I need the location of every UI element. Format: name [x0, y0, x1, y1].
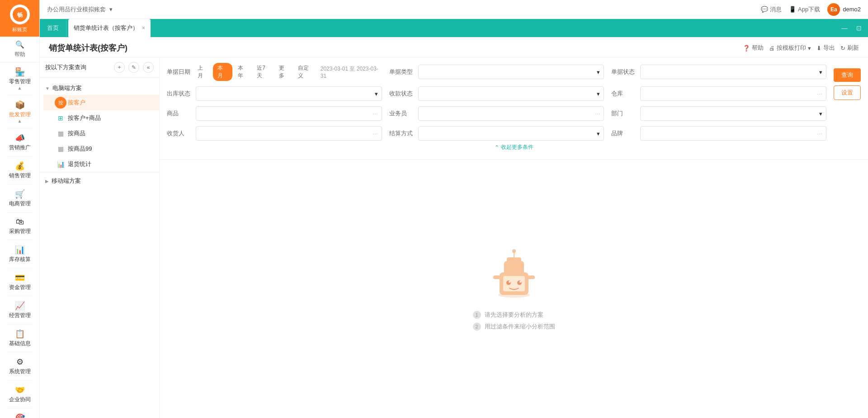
out-state-label: 出库状态 [167, 90, 192, 98]
receipt-state-select[interactable]: ▾ [418, 86, 604, 101]
date-tab-自定义[interactable]: 自定义 [294, 63, 317, 81]
print-btn[interactable]: 🖨 按模板打印 ▾ [769, 44, 811, 52]
sidebar-item-批发管理[interactable]: 📦 批发管理 ▲ [7, 95, 33, 128]
hint-1-num: 1 [473, 311, 481, 319]
date-tab-近7天[interactable]: 近7天 [253, 63, 274, 81]
sidebar-item-采购管理[interactable]: 🛍 采购管理 [7, 213, 33, 240]
refresh-btn[interactable]: ↻ 刷新 [840, 44, 859, 52]
sidebar-item-系统管理[interactable]: ⚙ 系统管理 [7, 352, 33, 380]
doc-state-field: 单据状态 ▾ [611, 65, 826, 79]
user-menu[interactable]: Ea demo2 [827, 3, 861, 16]
nav-arrow-icon: ▲ [18, 86, 22, 90]
sidebar-search[interactable]: 🔍 帮助 [0, 37, 39, 62]
nav-label: 零售管理 [9, 78, 31, 86]
receipt-state-label: 收款状态 [389, 90, 415, 98]
sidebar-item-营销推广[interactable]: 📣 营销推广 [7, 128, 33, 157]
sidebar-item-库存核算[interactable]: 📊 库存核算 [7, 240, 33, 268]
right-panel: 单据日期 上月本月本年近7天更多自定义 2023-03-01 至 2023-03… [160, 57, 868, 418]
tree-item-按商品[interactable]: ▦ 按商品 [43, 126, 159, 141]
goods-select[interactable]: ··· [196, 106, 382, 121]
export-btn[interactable]: ⬇ 导出 [816, 44, 835, 52]
tab-active[interactable]: 销货单统计表（按客户） × [68, 19, 151, 37]
nav-label: 电商管理 [9, 200, 31, 208]
tab-maximize-btn[interactable]: ⊡ [854, 23, 864, 33]
nav-label: 基础信息 [9, 340, 31, 347]
consignee-select[interactable]: ··· [196, 126, 382, 141]
date-tabs: 上月本月本年近7天更多自定义 [194, 63, 317, 81]
svg-rect-13 [493, 276, 500, 279]
help-btn[interactable]: ❓ 帮助 [743, 44, 764, 52]
dept-dropdown-icon: ▾ [819, 110, 822, 117]
filter-row-4: 收货人 ··· 结算方式 [167, 126, 826, 141]
sidebar-item-基础信息[interactable]: 📋 基础信息 [7, 324, 33, 352]
tree-item-label: 按客户+商品 [68, 114, 101, 122]
app-download-btn[interactable]: 📱 App下载 [789, 5, 820, 14]
dept-field: 部门 ▾ [611, 106, 826, 121]
logo-icon: 畅 [10, 5, 30, 24]
collapse-panel-btn[interactable]: « [143, 62, 154, 73]
sidebar-item-新手引导[interactable]: 🎯 新手引导 [7, 408, 33, 418]
date-tab-本年[interactable]: 本年 [234, 63, 251, 81]
tab-actions: — ⊡ [839, 23, 868, 33]
tree-desktop-group[interactable]: ▼ 电脑端方案 [40, 81, 159, 95]
sidebar-item-电商管理[interactable]: 🛒 电商管理 [7, 185, 33, 213]
salesman-select[interactable]: ··· [418, 106, 604, 121]
tree-item-退货统计[interactable]: 📊 退货统计 [43, 157, 159, 172]
filter-row-3: 商品 ··· 业务员 [167, 106, 826, 121]
svg-rect-14 [528, 276, 535, 279]
warehouse-dots-icon: ··· [817, 90, 822, 97]
tree-item-按商品99[interactable]: ▦ 按商品99 [43, 141, 159, 157]
nav-icon: ⚙ [16, 357, 24, 367]
brand-select[interactable]: ··· [640, 126, 826, 141]
empty-illustration [487, 247, 541, 302]
payment-dropdown-icon: ▾ [597, 130, 600, 137]
message-btn[interactable]: 💬 消息 [761, 5, 782, 14]
topbar-dropdown-icon[interactable]: ▾ [109, 6, 113, 13]
edit-scheme-btn[interactable]: ✎ [128, 62, 139, 73]
payment-select[interactable]: ▾ [418, 126, 604, 141]
dept-select[interactable]: ▾ [640, 106, 826, 121]
date-tab-更多[interactable]: 更多 [275, 63, 292, 81]
doc-type-dropdown-icon: ▾ [597, 69, 600, 76]
sidebar-item-零售管理[interactable]: 🏪 零售管理 ▲ [7, 62, 33, 95]
receipt-state-dropdown-icon: ▾ [597, 90, 600, 97]
tree-item-icon: ▦ [56, 129, 65, 138]
brand-field: 品牌 ··· [611, 126, 826, 141]
tab-minimize-btn[interactable]: — [839, 23, 850, 33]
main-body: 按以下方案查询 + ✎ « ▼ [40, 57, 868, 418]
settings-btn[interactable]: 设置 [834, 86, 861, 100]
tree-item-icon: 📊 [56, 160, 65, 169]
sidebar-item-销售管理[interactable]: 💰 销售管理 [7, 157, 33, 185]
warehouse-select[interactable]: ··· [640, 86, 826, 101]
tree-item-table-icon: ▦ [58, 130, 64, 137]
tree-item-按客户+商品[interactable]: ⊞ 按客户+商品 [43, 110, 159, 126]
topbar-left: 办公用品行业模拟账套 ▾ [47, 5, 113, 14]
add-scheme-btn[interactable]: + [114, 62, 125, 73]
tree-item-icon: 按 [56, 98, 65, 107]
consignee-label: 收货人 [167, 129, 192, 138]
query-btn[interactable]: 查询 [834, 68, 861, 82]
date-tab-上月[interactable]: 上月 [194, 63, 211, 81]
sidebar-item-企业协同[interactable]: 🤝 企业协同 [7, 380, 33, 408]
collapse-more-btn[interactable]: ⌃ 收起更多条件 [167, 141, 861, 154]
user-name: demo2 [843, 6, 861, 13]
doc-state-select[interactable]: ▾ [640, 65, 826, 79]
nav-icon: 🛍 [16, 217, 24, 227]
tree-mobile-group-header[interactable]: ▶ 移动端方案 [40, 174, 159, 188]
brand-dots-icon: ··· [817, 130, 822, 137]
empty-hints: 1 请先选择要分析的方案 2 用过滤条件来缩小分析范围 [473, 311, 555, 331]
tree-item-按客户[interactable]: 按 按客户 [43, 95, 159, 110]
tree-item-circle-icon: 按 [55, 97, 66, 109]
tree-mobile-group: ▶ 移动端方案 [40, 172, 159, 188]
tab-home[interactable]: 首页 [40, 19, 66, 37]
svg-point-5 [506, 280, 511, 285]
sidebar-item-经营管理[interactable]: 📈 经营管理 [7, 296, 33, 324]
tab-close-icon[interactable]: × [142, 25, 145, 31]
svg-rect-4 [503, 276, 525, 291]
date-tab-本月[interactable]: 本月 [213, 63, 232, 81]
tree-section: ▼ 电脑端方案 按 按客户 ⊞ 按客户+商品 ▦ 按商品 ▦ 按商品99 📊 退… [40, 78, 159, 191]
collapse-up-icon: ⌃ [495, 144, 499, 151]
out-state-select[interactable]: ▾ [196, 86, 382, 101]
doc-type-select[interactable]: ▾ [418, 65, 604, 79]
sidebar-item-资金管理[interactable]: 💳 资金管理 [7, 268, 33, 296]
